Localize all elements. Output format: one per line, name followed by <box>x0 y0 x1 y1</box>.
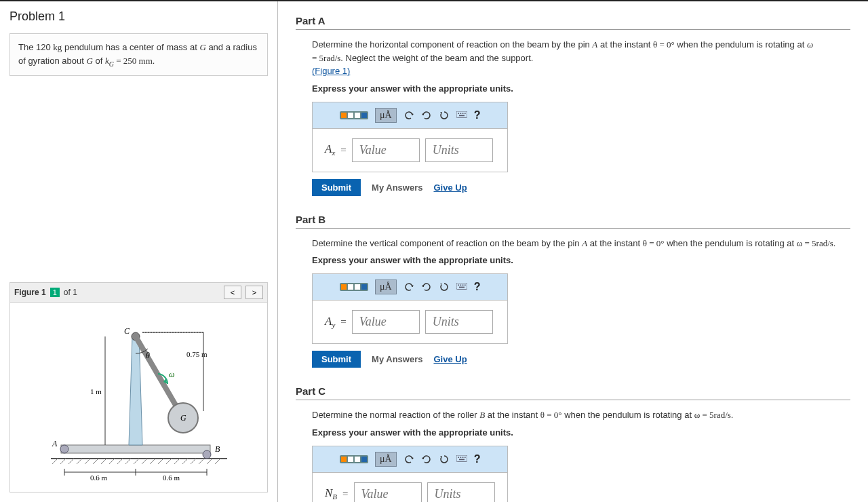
reset-icon[interactable] <box>439 110 450 121</box>
part-b-instruction: Express your answer with the appropriate… <box>312 255 850 265</box>
part-c-header: Part C <box>296 385 850 400</box>
text: at the instant <box>485 410 540 420</box>
svg-line-13 <box>150 459 155 464</box>
my-answers-link[interactable]: My Answers <box>372 354 422 364</box>
answer-toolbar: μÅ ? <box>313 274 507 301</box>
equals: = <box>340 144 346 156</box>
svg-line-21 <box>215 459 220 464</box>
template-picker-icon[interactable] <box>340 283 368 291</box>
give-up-link[interactable]: Give Up <box>433 182 467 193</box>
give-up-link[interactable]: Give Up <box>433 354 467 364</box>
var-A: A <box>582 238 587 248</box>
undo-icon[interactable] <box>403 454 414 465</box>
symbols-button[interactable]: μÅ <box>375 108 397 123</box>
redo-icon[interactable] <box>421 110 432 121</box>
svg-rect-52 <box>458 457 459 458</box>
text: when the pendulum is rotating at <box>665 238 797 248</box>
figure-svg: A B C G θ ω <box>24 309 254 486</box>
submit-button[interactable]: Submit <box>312 179 361 196</box>
units-input[interactable] <box>427 482 495 503</box>
undo-icon[interactable] <box>403 110 414 121</box>
text: at the instant <box>587 238 643 248</box>
var-B: B <box>479 410 485 420</box>
text: The 120 <box>18 42 53 52</box>
figure-nav: Figure 1 1 of 1 < > <box>9 282 268 303</box>
help-icon[interactable]: ? <box>474 281 481 293</box>
value-input[interactable] <box>352 138 420 162</box>
svg-line-16 <box>174 459 180 464</box>
units-input[interactable] <box>425 310 493 334</box>
svg-line-6 <box>93 459 98 464</box>
label-G: G <box>180 413 186 423</box>
svg-rect-46 <box>458 285 459 286</box>
part-a-instruction: Express your answer with the appropriate… <box>312 83 850 94</box>
figure-next-button[interactable]: > <box>245 286 263 299</box>
part-c-instruction: Express your answer with the appropriate… <box>312 427 850 438</box>
template-picker-icon[interactable] <box>340 455 368 463</box>
svg-line-7 <box>101 459 106 464</box>
text: = 250 <box>114 56 139 66</box>
part-a-prompt: Determine the horizontal component of re… <box>312 38 850 78</box>
value-input[interactable] <box>354 482 422 503</box>
redo-icon[interactable] <box>421 454 432 465</box>
units-input[interactable] <box>425 138 493 162</box>
reset-icon[interactable] <box>439 282 450 292</box>
svg-rect-51 <box>456 455 467 462</box>
help-icon[interactable]: ? <box>474 109 481 121</box>
part-a-input-row: Ax = <box>313 129 507 172</box>
figure-link[interactable]: (Figure 1) <box>312 66 350 76</box>
text: of <box>93 56 105 66</box>
figure-selector[interactable]: 1 <box>50 288 60 297</box>
part-b-answer-frame: μÅ ? Ay = <box>312 273 508 344</box>
symbols-button[interactable]: μÅ <box>375 279 397 294</box>
reset-icon[interactable] <box>439 454 450 465</box>
var-G: G <box>199 42 205 52</box>
svg-line-3 <box>68 459 74 464</box>
omega-eq: ω = 5rad/s <box>694 410 731 420</box>
label-B: B <box>215 444 220 454</box>
help-icon[interactable]: ? <box>474 453 481 465</box>
right-panel: Part A Determine the horizontal componen… <box>278 1 868 502</box>
svg-rect-41 <box>460 113 461 114</box>
part-c-body: Determine the normal reaction of the rol… <box>296 408 850 502</box>
text: . <box>833 238 836 248</box>
template-picker-icon[interactable] <box>340 111 368 119</box>
answer-toolbar: μÅ ? <box>313 102 507 129</box>
value-input[interactable] <box>352 310 420 334</box>
var-label: Ay <box>325 315 335 329</box>
text: Determine the horizontal component of re… <box>312 39 592 50</box>
svg-line-1 <box>52 459 58 464</box>
dim-0-75m: 0.75 m <box>186 350 208 358</box>
svg-rect-45 <box>456 283 467 290</box>
svg-rect-44 <box>459 115 465 117</box>
my-answers-link[interactable]: My Answers <box>372 182 422 193</box>
symbols-button[interactable]: μÅ <box>375 452 397 467</box>
svg-line-8 <box>109 459 115 464</box>
text: . <box>153 56 155 66</box>
part-a-answer-frame: μÅ ? Ax = <box>312 102 508 172</box>
figure-label: Figure 1 <box>14 288 46 297</box>
label-C: C <box>124 326 130 336</box>
part-c-input-row: NB = <box>313 473 507 503</box>
var-omega: ω <box>807 39 813 50</box>
svg-point-23 <box>60 445 68 453</box>
dim-0-6m-left: 0.6 m <box>90 474 108 482</box>
keyboard-icon[interactable] <box>456 282 467 292</box>
sub-G: G <box>109 60 114 67</box>
svg-line-20 <box>207 459 212 464</box>
keyboard-icon[interactable] <box>456 454 467 465</box>
undo-icon[interactable] <box>403 282 414 292</box>
dim-0-6m-right: 0.6 m <box>163 474 180 482</box>
label-omega: ω <box>169 370 174 379</box>
omega-eq: ω = 5rad/s <box>797 238 833 248</box>
svg-rect-49 <box>465 285 466 286</box>
figure-prev-button[interactable]: < <box>224 286 241 299</box>
left-panel: Problem 1 The 120 kg pendulum has a cent… <box>0 1 278 502</box>
svg-line-11 <box>134 459 139 464</box>
redo-icon[interactable] <box>421 282 432 292</box>
submit-button[interactable]: Submit <box>312 351 361 368</box>
keyboard-icon[interactable] <box>456 110 467 121</box>
dim-1m: 1 m <box>90 387 102 395</box>
svg-rect-55 <box>465 457 466 458</box>
svg-rect-42 <box>462 113 463 114</box>
